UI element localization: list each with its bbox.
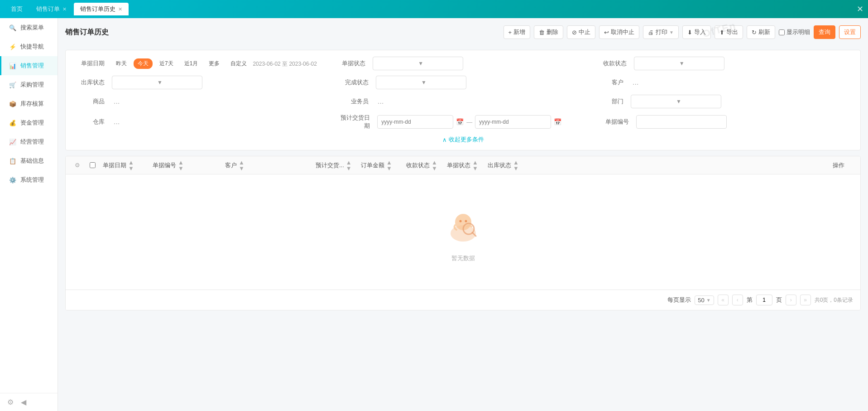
dept-field[interactable]: ▼	[631, 95, 853, 108]
page-size-label: 每页显示	[667, 296, 691, 304]
doc-status-select[interactable]: ▼	[373, 57, 463, 70]
th-checkbox[interactable]	[86, 162, 99, 168]
refresh-button[interactable]: ↻ 刷新	[747, 25, 775, 39]
complete-status-field[interactable]: ▼	[376, 76, 598, 89]
doc-no-input[interactable]	[636, 115, 727, 129]
dept-select[interactable]: ▼	[631, 95, 721, 108]
print-label: 打印	[656, 28, 667, 36]
tab-sales-order-history[interactable]: 销售订单历史 ✕	[74, 3, 129, 15]
sidebar-item-finance[interactable]: 💰 资金管理	[0, 113, 58, 132]
prev-page-btn[interactable]: ‹	[732, 295, 743, 305]
import-button[interactable]: ⬇ 导入	[682, 25, 711, 39]
print-button[interactable]: 🖨 打印 ▼	[643, 25, 679, 39]
collapse-sidebar-icon[interactable]: ◀	[21, 398, 26, 406]
th-docno[interactable]: 单据编号 ▲▼	[149, 160, 221, 171]
date-tag-today[interactable]: 今天	[134, 58, 153, 69]
date-tag-more[interactable]: 更多	[205, 58, 224, 69]
content-area: 销售订单历史 + 新增 🗑 删除 ⊘ 中止 ↩ 取消中止	[58, 18, 868, 411]
th-date-label: 单据日期	[103, 161, 126, 169]
add-button[interactable]: + 新增	[504, 25, 531, 39]
date-tag-last7[interactable]: 近7天	[155, 58, 177, 69]
display-cols-text: 显示明细	[786, 28, 810, 36]
sidebar-item-search-menu[interactable]: 🔍 搜索菜单	[0, 18, 58, 37]
goods-field[interactable]: ...	[112, 97, 334, 106]
doc-no-field[interactable]	[636, 115, 853, 129]
delivery-date-end-input[interactable]	[475, 115, 551, 129]
settings-bottom-icon[interactable]: ⚙	[7, 398, 14, 406]
sidebar-item-quick-nav[interactable]: ⚡ 快捷导航	[0, 37, 58, 56]
complete-status-select[interactable]: ▼	[376, 76, 466, 89]
out-status-field[interactable]: ▼	[112, 76, 334, 89]
stop-label: 中止	[579, 28, 590, 36]
export-button[interactable]: ⬆ 导出	[715, 25, 743, 39]
receive-status-select[interactable]: ▼	[634, 57, 724, 70]
select-all-checkbox[interactable]	[90, 162, 96, 168]
main-layout: 🔍 搜索菜单 ⚡ 快捷导航 📊 销售管理 🛒 采购管理 📦 库存核算 💰 资金管…	[0, 18, 868, 411]
customer-dots-btn[interactable]: ...	[631, 78, 640, 87]
th-amount[interactable]: 订单金额 ▲▼	[357, 160, 403, 171]
empty-state: 暂无数据	[66, 174, 860, 290]
out-status-select[interactable]: ▼	[112, 76, 202, 89]
last-page-btn[interactable]: »	[800, 295, 811, 305]
sidebar-item-sales-mgmt[interactable]: 📊 销售管理	[0, 56, 58, 75]
sidebar-item-base-info[interactable]: 📋 基础信息	[0, 151, 58, 170]
th-out-status[interactable]: 出库状态 ▲▼	[484, 160, 525, 171]
customer-field[interactable]: ...	[631, 78, 853, 87]
salesman-label: 业务员	[341, 97, 369, 106]
delivery-date-start-input[interactable]	[377, 115, 453, 129]
sidebar-item-inventory[interactable]: 📦 库存核算	[0, 94, 58, 113]
out-status-label: 出库状态	[73, 78, 105, 87]
query-button[interactable]: 查询	[814, 25, 835, 39]
window-close-btn[interactable]: ✕	[857, 4, 863, 14]
th-gear-btn[interactable]: ⚙	[69, 162, 86, 169]
tab-sales-order[interactable]: 销售订单 ✕	[30, 3, 73, 15]
inventory-icon: 📦	[9, 100, 17, 108]
receive-status-field[interactable]: ▼	[634, 57, 853, 70]
th-customer[interactable]: 客户 ▲▼	[221, 160, 312, 171]
cancel-stop-button[interactable]: ↩ 取消中止	[599, 25, 639, 39]
date-tag-row: 昨天 今天 近7天 近1月 更多 自定义	[112, 58, 251, 69]
sidebar-item-sys-mgmt[interactable]: ⚙️ 系统管理	[0, 170, 58, 189]
customer-filter-label: 客户	[605, 78, 623, 87]
delivery-date-end-calendar-icon[interactable]: 📅	[554, 118, 561, 126]
th-delivery[interactable]: 预计交货... ▲▼	[312, 160, 357, 171]
goods-dots-btn[interactable]: ...	[112, 97, 121, 106]
th-status-sort-icon: ▲▼	[472, 160, 478, 171]
next-page-btn[interactable]: ›	[786, 295, 796, 305]
page-number-input[interactable]	[756, 295, 772, 305]
th-doc-status[interactable]: 单据状态 ▲▼	[443, 160, 484, 171]
delete-icon: 🗑	[539, 29, 545, 36]
date-tag-custom[interactable]: 自定义	[226, 58, 251, 69]
collapse-label: 收起更多条件	[449, 135, 484, 144]
tab-home[interactable]: 首页	[5, 3, 29, 15]
sidebar-item-operations[interactable]: 📈 经营管理	[0, 132, 58, 151]
th-date[interactable]: 单据日期 ▲▼	[99, 160, 149, 171]
th-out-sort-icon: ▲▼	[513, 160, 519, 171]
page-size-select[interactable]: 50 ▼	[695, 295, 714, 305]
th-out-label: 出库状态	[488, 161, 511, 169]
salesman-field[interactable]: ...	[376, 97, 598, 106]
sidebar-item-purchase-mgmt[interactable]: 🛒 采购管理	[0, 75, 58, 94]
warehouse-field[interactable]: ...	[112, 118, 329, 126]
doc-status-field[interactable]: ▼	[373, 57, 592, 70]
display-cols-checkbox[interactable]	[779, 29, 785, 35]
warehouse-dots-btn[interactable]: ...	[112, 118, 121, 126]
date-tag-yesterday[interactable]: 昨天	[112, 58, 131, 69]
date-tag-last1m[interactable]: 近1月	[180, 58, 202, 69]
table-header: ⚙ 单据日期 ▲▼ 单据编号 ▲▼ 客户 ▲▼ 预计交货.	[66, 156, 860, 174]
sidebar-item-search-menu-label: 搜索菜单	[20, 24, 44, 32]
delivery-date-start-calendar-icon[interactable]: 📅	[456, 118, 464, 126]
th-receive-status[interactable]: 收款状态 ▲▼	[403, 160, 443, 171]
first-page-btn[interactable]: «	[718, 295, 729, 305]
th-docno-label: 单据编号	[153, 161, 176, 169]
collapse-row[interactable]: ∧ 收起更多条件	[73, 135, 853, 144]
complete-status-label: 完成状态	[341, 78, 369, 87]
sidebar-item-inventory-label: 库存核算	[20, 100, 44, 108]
tab-sales-order-close[interactable]: ✕	[62, 6, 67, 12]
sys-mgmt-icon: ⚙️	[9, 176, 17, 184]
tab-sales-order-history-close[interactable]: ✕	[118, 6, 122, 12]
settings-button[interactable]: 设置	[839, 25, 861, 39]
delete-button[interactable]: 🗑 删除	[534, 25, 563, 39]
salesman-dots-btn[interactable]: ...	[376, 97, 385, 106]
stop-button[interactable]: ⊘ 中止	[567, 25, 595, 39]
